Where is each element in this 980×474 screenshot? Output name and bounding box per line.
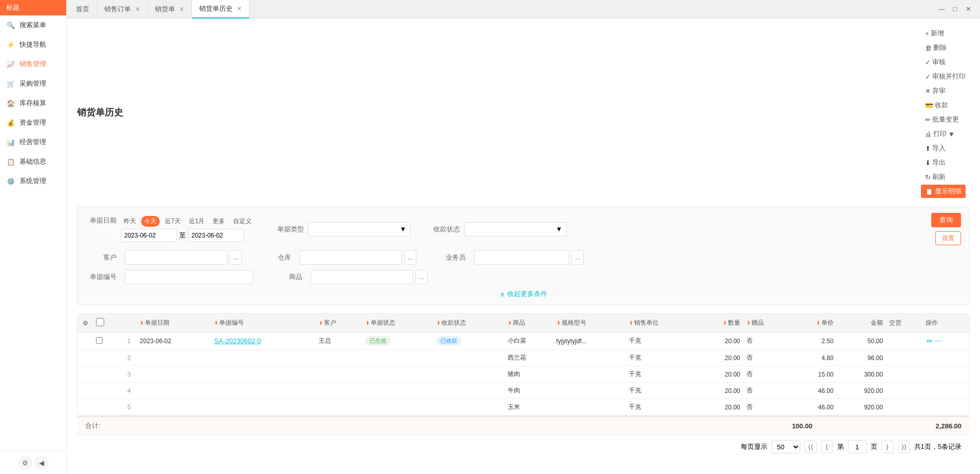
col-qty[interactable]: ⬆数量: [697, 314, 743, 332]
search-menu-icon: 🔍: [6, 21, 15, 30]
more-action-icon[interactable]: ⋯: [935, 337, 942, 345]
sidebar-item-basic-info[interactable]: 📋 基础信息: [0, 152, 66, 171]
warehouse-ellipsis-btn[interactable]: ...: [404, 250, 416, 265]
date-to-input[interactable]: [188, 229, 244, 242]
print-btn[interactable]: 🖨 打印 ▼: [921, 127, 959, 141]
pagination: 每页显示 50 100 200 ⟨⟨ ⟨ 第 页 ⟩ ⟩⟩ 共1页，5条记录: [77, 434, 970, 459]
date-tab-today[interactable]: 今天: [141, 216, 160, 227]
row-qty: 20.00: [697, 383, 743, 399]
goods-ellipsis-btn[interactable]: ...: [415, 270, 428, 284]
date-from-input[interactable]: [121, 229, 177, 242]
warehouse-input[interactable]: [299, 250, 402, 265]
salesman-ellipsis-btn[interactable]: ...: [571, 250, 584, 265]
row-checkbox-input[interactable]: [96, 337, 103, 344]
customer-ellipsis-btn[interactable]: ...: [229, 250, 242, 265]
tab-sales-order-close[interactable]: ✕: [135, 6, 140, 13]
query-btn[interactable]: 查询: [931, 213, 961, 227]
tab-sales-history-label: 销货单历史: [199, 4, 233, 13]
col-spec[interactable]: ⬆规格型号: [553, 314, 626, 332]
audit-btn[interactable]: ✓ 审核: [921, 55, 950, 69]
row-customer: [316, 383, 362, 399]
collect-status-select[interactable]: ▼: [464, 222, 567, 236]
customer-input[interactable]: [125, 250, 227, 265]
collect-btn[interactable]: 💳 收款: [921, 98, 952, 112]
header-checkbox[interactable]: [96, 318, 104, 326]
tab-home[interactable]: 首页: [69, 0, 97, 18]
page-input[interactable]: [848, 440, 867, 453]
doc-type-select[interactable]: ▼: [308, 222, 411, 236]
date-tab-yesterday[interactable]: 昨天: [121, 216, 139, 227]
sidebar-item-search-menu[interactable]: 🔍 搜索菜单: [0, 15, 66, 35]
doc-num-link[interactable]: SA-20230602-0: [214, 337, 261, 345]
sidebar-item-sales-mgmt[interactable]: 📈 销售管理: [0, 54, 66, 74]
row-goods: 猪肉: [505, 366, 553, 383]
sidebar-item-system-mgmt[interactable]: ⚙️ 系统管理: [0, 171, 66, 191]
delete-label: 删除: [933, 43, 947, 52]
export-btn[interactable]: ⬇ 导出: [921, 156, 950, 169]
sidebar-item-inventory[interactable]: 🏠 库存核算: [0, 93, 66, 113]
import-btn[interactable]: ⬆ 导入: [921, 142, 950, 155]
collapse-btn[interactable]: ∧ 收起更多条件: [86, 289, 961, 299]
sort-icon: ⬆: [319, 320, 323, 326]
row-doc-status: [362, 366, 433, 383]
col-goods[interactable]: ⬆商品: [505, 314, 553, 332]
date-tab-7days[interactable]: 近7天: [162, 216, 184, 227]
date-tab-more[interactable]: 更多: [209, 216, 228, 227]
col-gift[interactable]: ⬆赠品: [743, 314, 790, 332]
abandon-btn[interactable]: ✕ 弃审: [921, 84, 950, 97]
new-icon: +: [925, 30, 929, 37]
page-size-select[interactable]: 50 100 200: [772, 440, 800, 453]
batch-change-btn[interactable]: ✏ 批量变更: [921, 113, 963, 126]
next-page-btn[interactable]: ⟩: [881, 441, 894, 453]
row-amount: 920.00: [837, 383, 886, 399]
sidebar-item-purchase-mgmt[interactable]: 🛒 采购管理: [0, 74, 66, 93]
salesman-input[interactable]: [474, 250, 569, 265]
row-trade: [886, 383, 923, 399]
refresh-btn[interactable]: ↻ 刷新: [921, 170, 950, 184]
new-btn[interactable]: + 新增: [921, 27, 948, 40]
date-tab-custom[interactable]: 自定义: [230, 216, 255, 227]
audit-print-btn[interactable]: ✓ 审核并打印: [921, 70, 970, 83]
col-gear[interactable]: ⚙: [78, 314, 93, 332]
row-unit: 千克: [626, 399, 697, 416]
col-doc-num[interactable]: ⬆单据编号: [211, 314, 316, 332]
maximize-btn[interactable]: □: [949, 4, 960, 15]
col-unit-price[interactable]: ⬆单价: [790, 314, 837, 332]
set-btn[interactable]: 设置: [935, 231, 961, 245]
show-detail-btn[interactable]: 📋 显示明细: [921, 185, 966, 198]
inventory-icon: 🏠: [6, 98, 15, 108]
tab-sales-history-close[interactable]: ✕: [237, 5, 242, 12]
tab-sales-order[interactable]: 销售订单 ✕: [97, 0, 148, 18]
sidebar-item-finance-mgmt[interactable]: 💰 资金管理: [0, 113, 66, 132]
sales-mgmt-icon: 📈: [6, 60, 15, 69]
col-doc-status[interactable]: ⬆单据状态: [362, 314, 433, 332]
col-trade: 交货: [886, 314, 923, 332]
tab-sales-goods-close[interactable]: ✕: [179, 6, 184, 13]
sidebar-collapse-btn[interactable]: ◀: [34, 456, 49, 470]
col-unit[interactable]: ⬆销售单位: [626, 314, 697, 332]
data-table-wrapper: ⚙ ⬆单据日期 ⬆单据编号 ⬆客户 ⬆单据状态 ⬆收款状态 ⬆商品 ⬆规格型号 …: [77, 313, 970, 416]
col-collect-status[interactable]: ⬆收款状态: [433, 314, 504, 332]
delete-btn[interactable]: 🗑 删除: [921, 41, 951, 54]
first-page-btn[interactable]: ⟨⟨: [804, 441, 817, 453]
row-doc-date: [137, 350, 211, 366]
goods-input[interactable]: [311, 270, 413, 284]
doc-num-input[interactable]: [125, 270, 253, 284]
sidebar-item-operation-mgmt[interactable]: 📊 经营管理: [0, 132, 66, 152]
edit-action-icon[interactable]: ✏: [927, 337, 933, 345]
tab-sales-goods[interactable]: 销货单 ✕: [148, 0, 192, 18]
date-tab-1month[interactable]: 近1月: [186, 216, 208, 227]
close-btn[interactable]: ✕: [963, 4, 974, 15]
warehouse-input-group: ...: [299, 250, 416, 265]
col-amount[interactable]: 金额: [837, 314, 886, 332]
last-page-btn[interactable]: ⟩⟩: [898, 441, 910, 453]
row-trade: [886, 350, 923, 366]
tab-sales-history[interactable]: 销货单历史 ✕: [192, 0, 249, 18]
row-unit: 千克: [626, 366, 697, 383]
prev-page-btn[interactable]: ⟨: [821, 441, 833, 453]
sidebar-item-quick-nav[interactable]: ⚡ 快捷导航: [0, 35, 66, 54]
col-customer[interactable]: ⬆客户: [316, 314, 362, 332]
sidebar-settings-btn[interactable]: ⚙: [18, 456, 32, 470]
minimize-btn[interactable]: —: [936, 4, 947, 15]
col-doc-date[interactable]: ⬆单据日期: [137, 314, 211, 332]
